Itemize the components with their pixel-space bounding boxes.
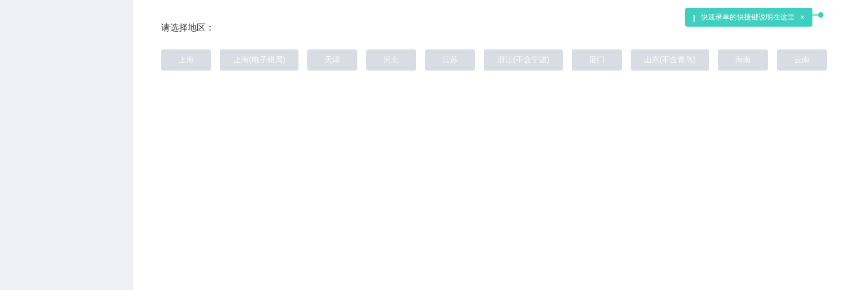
main-content: 请选择地区： 上海上海(电子税局)天津河北江苏浙江(不含宁波)厦门山东(不含青岛… bbox=[133, 0, 868, 290]
region-button[interactable]: 河北 bbox=[366, 49, 416, 71]
region-button[interactable]: 山东(不含青岛) bbox=[631, 49, 709, 71]
tooltip-connector-dot bbox=[818, 12, 824, 18]
region-button[interactable]: 上海 bbox=[161, 49, 211, 71]
tooltip-banner: 快速录单的快捷键说明在这里 × bbox=[685, 8, 812, 27]
tooltip-text: 快速录单的快捷键说明在这里 bbox=[701, 12, 795, 22]
region-button[interactable]: 厦门 bbox=[572, 49, 622, 71]
region-button[interactable]: 云南 bbox=[777, 49, 827, 71]
region-button[interactable]: 上海(电子税局) bbox=[220, 49, 298, 71]
region-button[interactable]: 天津 bbox=[307, 49, 357, 71]
region-button[interactable]: 江苏 bbox=[425, 49, 475, 71]
sidebar bbox=[0, 0, 133, 290]
region-button[interactable]: 海南 bbox=[718, 49, 768, 71]
region-button[interactable]: 浙江(不含宁波) bbox=[484, 49, 562, 71]
tooltip-close-button[interactable]: × bbox=[800, 13, 805, 21]
region-buttons: 上海上海(电子税局)天津河北江苏浙江(不含宁波)厦门山东(不含青岛)海南云南 bbox=[161, 49, 840, 71]
